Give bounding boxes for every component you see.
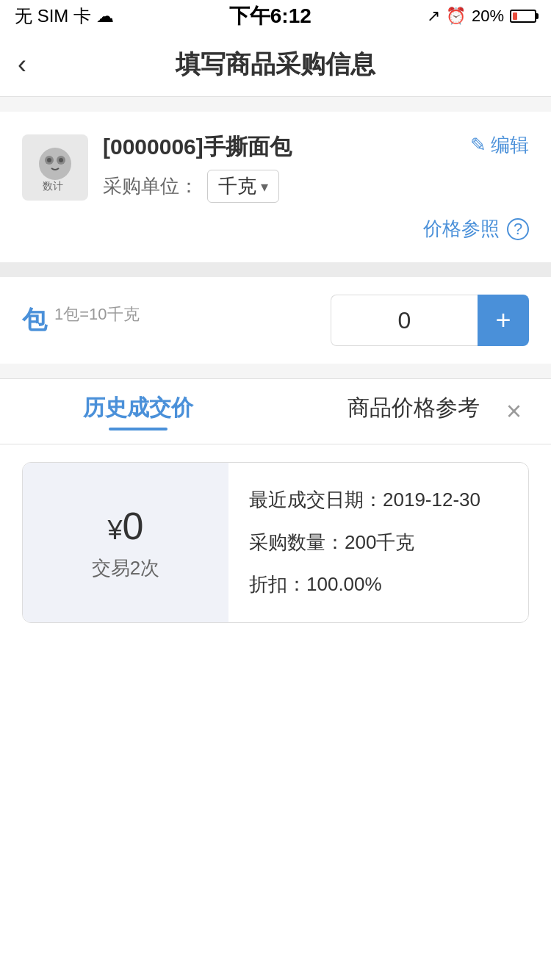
location-icon: ↗: [427, 7, 440, 26]
quantity-plus-button[interactable]: +: [478, 295, 529, 346]
product-unit-row: 采购单位： 千克 ▾: [103, 170, 292, 203]
modal-close-button[interactable]: ×: [499, 389, 529, 434]
unit-select[interactable]: 千克 ▾: [207, 170, 279, 203]
product-thumbnail: 数计: [22, 134, 88, 201]
edit-icon: ✎: [470, 134, 486, 156]
battery-percent: 20%: [472, 7, 504, 26]
purchase-quantity-row: 采购数量：200千克: [249, 527, 508, 558]
product-info: [0000006]手撕面包 采购单位： 千克 ▾: [103, 132, 292, 203]
discount-value: 100.00%: [306, 573, 382, 595]
unit-label: 采购单位：: [103, 173, 198, 199]
tab-history-price[interactable]: 历史成交价: [0, 379, 276, 444]
product-logo-icon: 数计: [29, 142, 81, 193]
tab-history-label: 历史成交价: [83, 393, 193, 423]
unit-value: 千克: [218, 173, 256, 199]
trade-count: 交易2次: [92, 555, 159, 581]
purchase-quantity-value: 200千克: [345, 531, 414, 553]
nav-bar: ‹ 填写商品采购信息: [0, 32, 551, 97]
edit-label: 编辑: [491, 132, 529, 158]
edit-button[interactable]: ✎ 编辑: [470, 132, 529, 158]
price-card: ¥0 交易2次 最近成交日期：2019-12-30 采购数量：200千克 折扣：…: [22, 462, 529, 623]
help-icon[interactable]: ?: [507, 218, 529, 240]
section-divider: [0, 262, 551, 277]
price-amount: ¥0: [108, 504, 144, 548]
svg-point-4: [59, 158, 63, 162]
tab-price-ref-underline: [384, 428, 443, 430]
yen-symbol: ¥: [108, 515, 123, 545]
price-value: 0: [123, 505, 144, 547]
discount-row: 折扣：100.00%: [249, 569, 508, 600]
status-right: ↗ ⏰ 20%: [427, 7, 536, 26]
conversion-note: 1包=10千克: [54, 305, 140, 323]
recent-date-value: 2019-12-30: [383, 489, 480, 511]
svg-text:数计: 数计: [43, 180, 63, 192]
quantity-input-block: +: [331, 295, 529, 346]
price-card-area: ¥0 交易2次 最近成交日期：2019-12-30 采购数量：200千克 折扣：…: [0, 444, 551, 641]
plus-icon: +: [495, 305, 511, 336]
conversion-note-block: 1包=10千克: [54, 303, 140, 325]
status-bar: 无 SIM 卡 ☁ 下午6:12 ↗ ⏰ 20%: [0, 0, 551, 32]
back-button[interactable]: ‹: [18, 49, 26, 80]
product-header: 数计 [0000006]手撕面包 采购单位： 千克 ▾ ✎ 编辑: [22, 132, 529, 203]
price-modal: 历史成交价 商品价格参考 × ¥0 交易2次 最近成交日期：2019-12-30…: [0, 378, 551, 641]
product-card: 数计 [0000006]手撕面包 采购单位： 千克 ▾ ✎ 编辑 价格参照 ?: [0, 112, 551, 262]
package-unit-label: 包: [22, 306, 47, 334]
price-left-panel: ¥0 交易2次: [23, 463, 228, 622]
page-title: 填写商品采购信息: [176, 48, 375, 82]
price-right-panel: 最近成交日期：2019-12-30 采购数量：200千克 折扣：100.00%: [228, 463, 528, 622]
svg-point-3: [47, 158, 51, 162]
battery-icon: [510, 10, 536, 23]
purchase-quantity-label: 采购数量：: [249, 531, 345, 553]
product-name: [0000006]手撕面包: [103, 132, 292, 162]
package-unit-block: 包: [22, 303, 47, 337]
tabs-row: 历史成交价 商品价格参考 ×: [0, 379, 551, 444]
quantity-input[interactable]: [331, 295, 478, 346]
alarm-icon: ⏰: [446, 7, 466, 26]
unit-dropdown-arrow: ▾: [261, 178, 268, 195]
status-time: 下午6:12: [229, 2, 311, 30]
quantity-row: 包 1包=10千克 +: [0, 277, 551, 364]
svg-point-0: [39, 148, 71, 180]
discount-label: 折扣：: [249, 573, 306, 595]
quantity-label-block: 包 1包=10千克: [22, 303, 140, 337]
tab-price-ref-label: 商品价格参考: [347, 393, 480, 423]
rest-page: [0, 641, 551, 980]
price-ref-button[interactable]: 价格参照: [423, 216, 500, 242]
price-ref-row: 价格参照 ?: [22, 216, 529, 242]
product-left: 数计 [0000006]手撕面包 采购单位： 千克 ▾: [22, 132, 292, 203]
tab-history-underline: [109, 428, 168, 430]
recent-date-label: 最近成交日期：: [249, 489, 383, 511]
sim-status: 无 SIM 卡 ☁: [15, 4, 114, 28]
status-left: 无 SIM 卡 ☁: [15, 4, 114, 28]
recent-date-row: 最近成交日期：2019-12-30: [249, 485, 508, 516]
